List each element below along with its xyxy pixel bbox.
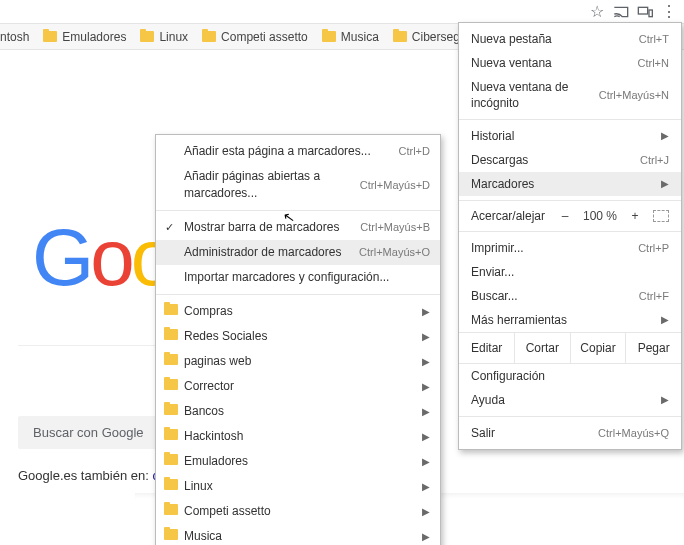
submenu-bookmark-manager[interactable]: Administrador de marcadoresCtrl+Mayús+O — [156, 240, 440, 265]
chevron-right-icon: ▶ — [422, 303, 430, 320]
bookmark-folder[interactable]: ntosh — [0, 30, 29, 44]
menu-downloads[interactable]: DescargasCtrl+J — [459, 148, 681, 172]
check-icon: ✓ — [165, 219, 174, 236]
google-logo: Goo — [32, 212, 171, 304]
submenu-show-bar[interactable]: ✓Mostrar barra de marcadoresCtrl+Mayús+B — [156, 215, 440, 240]
bookmark-label: Linux — [159, 30, 188, 44]
paste-button[interactable]: Pegar — [626, 333, 681, 363]
bookmark-label: Musica — [341, 30, 379, 44]
fullscreen-icon[interactable] — [653, 210, 669, 222]
submenu-folder[interactable]: Musica▶ — [156, 524, 440, 545]
folder-icon — [164, 504, 178, 515]
bookmark-folder[interactable]: Linux — [140, 30, 188, 44]
chevron-right-icon: ▶ — [661, 128, 669, 144]
folder-icon — [164, 329, 178, 340]
folder-icon — [202, 31, 216, 42]
zoom-label: Acercar/alejar — [471, 209, 545, 223]
submenu-add-page[interactable]: Añadir esta página a marcadores...Ctrl+D — [156, 139, 440, 164]
cut-button[interactable]: Cortar — [515, 333, 571, 363]
chevron-right-icon: ▶ — [422, 403, 430, 420]
folder-icon — [164, 479, 178, 490]
folder-icon — [164, 354, 178, 365]
submenu-folder[interactable]: Linux▶ — [156, 474, 440, 499]
submenu-folder[interactable]: Redes Sociales▶ — [156, 324, 440, 349]
kebab-menu-icon[interactable]: ⋮ — [660, 3, 678, 21]
menu-find[interactable]: Buscar...Ctrl+F — [459, 284, 681, 308]
submenu-add-open-pages[interactable]: Añadir páginas abiertas a marcadores...C… — [156, 164, 440, 206]
menu-exit[interactable]: SalirCtrl+Mayús+Q — [459, 421, 681, 445]
submenu-folder[interactable]: Competi assetto▶ — [156, 499, 440, 524]
chrome-main-menu: Nueva pestañaCtrl+T Nueva ventanaCtrl+N … — [458, 22, 682, 450]
folder-icon — [393, 31, 407, 42]
chevron-right-icon: ▶ — [422, 503, 430, 520]
chevron-right-icon: ▶ — [422, 428, 430, 445]
menu-cast[interactable]: Enviar... — [459, 260, 681, 284]
language-line: Google.es también en: cata — [18, 468, 177, 483]
chevron-right-icon: ▶ — [422, 378, 430, 395]
submenu-folder[interactable]: Bancos▶ — [156, 399, 440, 424]
cast-icon[interactable] — [612, 3, 630, 21]
submenu-folder[interactable]: Corrector▶ — [156, 374, 440, 399]
bookmark-label: Emuladores — [62, 30, 126, 44]
chevron-right-icon: ▶ — [422, 328, 430, 345]
menu-history[interactable]: Historial▶ — [459, 124, 681, 148]
chevron-right-icon: ▶ — [661, 176, 669, 192]
edit-label: Editar — [459, 333, 515, 363]
menu-zoom-row: Acercar/alejar – 100 % + — [459, 205, 681, 227]
bookmark-folder[interactable]: Competi assetto — [202, 30, 308, 44]
folder-icon — [164, 304, 178, 315]
folder-icon — [164, 429, 178, 440]
menu-new-window[interactable]: Nueva ventanaCtrl+N — [459, 51, 681, 75]
zoom-out-button[interactable]: – — [557, 209, 573, 223]
menu-bookmarks[interactable]: Marcadores▶ — [459, 172, 681, 196]
menu-print[interactable]: Imprimir...Ctrl+P — [459, 236, 681, 260]
bookmark-folder[interactable]: Musica — [322, 30, 379, 44]
svg-rect-0 — [638, 7, 647, 14]
star-icon[interactable]: ☆ — [588, 3, 606, 21]
bookmark-label: ntosh — [0, 30, 29, 44]
submenu-import[interactable]: Importar marcadores y configuración... — [156, 265, 440, 290]
folder-icon — [43, 31, 57, 42]
chevron-right-icon: ▶ — [422, 453, 430, 470]
copy-button[interactable]: Copiar — [571, 333, 627, 363]
folder-icon — [164, 404, 178, 415]
menu-settings[interactable]: Configuración — [459, 364, 681, 388]
menu-new-tab[interactable]: Nueva pestañaCtrl+T — [459, 27, 681, 51]
folder-icon — [164, 529, 178, 540]
folder-icon — [164, 454, 178, 465]
zoom-value: 100 % — [583, 209, 617, 223]
folder-icon — [322, 31, 336, 42]
chevron-right-icon: ▶ — [661, 312, 669, 328]
chevron-right-icon: ▶ — [422, 528, 430, 545]
submenu-folder[interactable]: Compras▶ — [156, 299, 440, 324]
chevron-right-icon: ▶ — [422, 478, 430, 495]
zoom-in-button[interactable]: + — [627, 209, 643, 223]
folder-icon — [140, 31, 154, 42]
submenu-folder[interactable]: Emuladores▶ — [156, 449, 440, 474]
chevron-right-icon: ▶ — [661, 392, 669, 408]
browser-toolbar: ☆ ⋮ — [0, 0, 684, 24]
folder-icon — [164, 379, 178, 390]
menu-edit-row: Editar Cortar Copiar Pegar — [459, 332, 681, 364]
devices-icon[interactable] — [636, 3, 654, 21]
bookmarks-submenu: Añadir esta página a marcadores...Ctrl+D… — [155, 134, 441, 545]
bookmark-label: Competi assetto — [221, 30, 308, 44]
menu-more-tools[interactable]: Más herramientas▶ — [459, 308, 681, 332]
submenu-folder[interactable]: Hackintosh▶ — [156, 424, 440, 449]
bookmark-folder[interactable]: Emuladores — [43, 30, 126, 44]
svg-rect-1 — [649, 10, 652, 17]
submenu-folder[interactable]: paginas web▶ — [156, 349, 440, 374]
chevron-right-icon: ▶ — [422, 353, 430, 370]
google-search-button[interactable]: Buscar con Google — [18, 416, 159, 449]
menu-incognito[interactable]: Nueva ventana de incógnitoCtrl+Mayús+N — [459, 75, 681, 115]
menu-help[interactable]: Ayuda▶ — [459, 388, 681, 412]
